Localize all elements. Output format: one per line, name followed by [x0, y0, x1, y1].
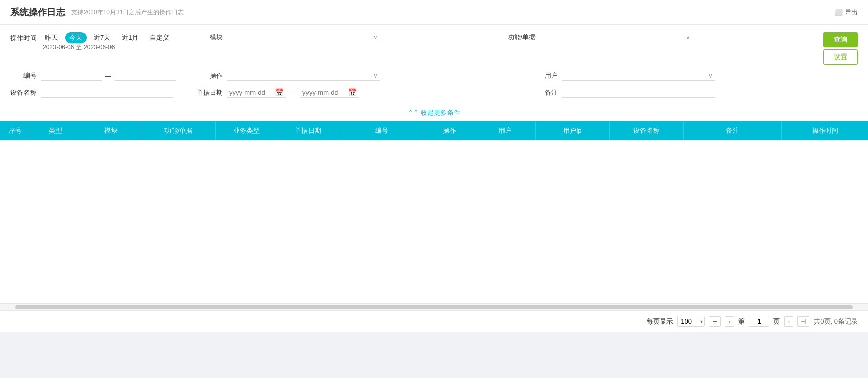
col-biztype: 业务类型	[215, 121, 277, 140]
user-filter: 用户 ∨	[531, 71, 858, 81]
page-header: 系统操作日志 支持2020年10月31日之后产生的操作日志 ⬜ 导出	[0, 0, 868, 25]
pagination-area: 每页显示 100 10 20 50 200 ▾ ⊢ ‹ 第 页 › ⊣ 共0页,…	[0, 310, 868, 332]
export-button[interactable]: ⬜ 导出	[834, 8, 858, 17]
table-container: 序号 类型 模块 功能/单据 业务类型 单据日期 编号 操作 用户 用户ip 设…	[0, 121, 868, 303]
filter-row-1: 操作时间 昨天 今天 近7天 近1月 自定义 2023-06-06 至 2023…	[10, 32, 858, 65]
remark-input[interactable]	[562, 88, 715, 98]
remark-filter: 备注	[531, 88, 858, 98]
collapse-bar[interactable]: ⌃⌃ 收起更多条件	[0, 105, 868, 121]
col-module: 模块	[80, 121, 142, 140]
page-size-wrapper: 100 10 20 50 200 ▾	[677, 316, 705, 327]
collapse-label: 收起更多条件	[421, 109, 460, 117]
user-label: 用户	[531, 71, 562, 80]
func-select-wrapper: ∨	[540, 32, 692, 42]
voucher-date-filter: 单据日期 📅 — 📅	[197, 87, 523, 98]
col-func: 功能/单据	[142, 121, 215, 140]
module-select-wrapper: ∨	[227, 32, 380, 42]
filter-row-3: 设备名称 单据日期 📅 — 📅 备注	[10, 87, 858, 98]
page-text-label: 第	[738, 317, 745, 326]
user-select[interactable]	[562, 71, 715, 80]
export-icon: ⬜	[834, 9, 843, 16]
module-label: 模块	[197, 33, 227, 42]
page-number-input[interactable]	[749, 316, 769, 327]
next-page-btn[interactable]: ›	[784, 316, 793, 327]
col-ip: 用户ip	[536, 121, 609, 140]
first-page-btn[interactable]: ⊢	[709, 316, 721, 327]
last-page-btn[interactable]: ⊣	[797, 316, 809, 327]
today-btn[interactable]: 今天	[65, 32, 87, 43]
device-filter: 设备名称	[10, 88, 188, 98]
custom-btn[interactable]: 自定义	[146, 32, 174, 43]
data-table: 序号 类型 模块 功能/单据 业务类型 单据日期 编号 操作 用户 用户ip 设…	[0, 121, 868, 140]
device-label: 设备名称	[10, 88, 41, 97]
func-select[interactable]	[540, 32, 692, 42]
module-filter: 模块 ∨	[197, 32, 499, 42]
time-buttons-row: 昨天 今天 近7天 近1月 自定义	[41, 32, 174, 43]
col-op: 操作	[425, 121, 474, 140]
collapse-icon: ⌃⌃	[408, 109, 419, 117]
date-separator: —	[290, 89, 296, 96]
col-remark: 备注	[683, 121, 781, 140]
op-filter: 操作 ∨	[197, 71, 523, 81]
page-title: 系统操作日志	[10, 6, 65, 18]
col-user: 用户	[474, 121, 536, 140]
date-end-wrapper: 📅	[300, 87, 359, 98]
code-input-end[interactable]	[115, 71, 176, 81]
per-page-label: 每页显示	[647, 317, 673, 326]
time-btn-group: 昨天 今天 近7天 近1月 自定义 2023-06-06 至 2023-06-0…	[41, 32, 174, 52]
page-unit-label: 页	[773, 317, 780, 326]
action-buttons: 查询 设置	[823, 32, 858, 65]
last1m-btn[interactable]: 近1月	[118, 32, 143, 43]
scrollbar-area[interactable]	[0, 303, 868, 310]
empty-area	[0, 140, 868, 303]
scrollbar-thumb	[15, 305, 853, 309]
func-label: 功能/单据	[508, 33, 540, 42]
date-end-input[interactable]	[302, 89, 348, 96]
func-filter: 功能/单据 ∨	[508, 32, 810, 42]
prev-page-btn[interactable]: ‹	[725, 316, 734, 327]
remark-label: 备注	[531, 88, 562, 97]
page-subtitle: 支持2020年10月31日之后产生的操作日志	[71, 8, 184, 17]
col-device: 设备名称	[609, 121, 683, 140]
op-select[interactable]	[227, 71, 380, 80]
col-date: 单据日期	[277, 121, 339, 140]
filter-area: 操作时间 昨天 今天 近7天 近1月 自定义 2023-06-06 至 2023…	[0, 25, 868, 105]
calendar-start-icon[interactable]: 📅	[275, 88, 284, 96]
op-select-wrapper: ∨	[227, 71, 380, 81]
code-label: 编号	[10, 71, 41, 80]
table-header: 序号 类型 模块 功能/单据 业务类型 单据日期 编号 操作 用户 用户ip 设…	[0, 121, 868, 140]
total-text: 共0页, 0条记录	[814, 317, 858, 326]
user-select-wrapper: ∨	[562, 71, 715, 81]
op-time-filter: 操作时间 昨天 今天 近7天 近1月 自定义 2023-06-06 至 2023…	[10, 32, 188, 52]
col-optime: 操作时间	[782, 121, 868, 140]
date-range-text: 2023-06-06 至 2023-06-06	[43, 43, 174, 52]
voucher-date-label: 单据日期	[197, 88, 227, 97]
settings-button[interactable]: 设置	[823, 49, 858, 65]
code-filter: 编号 —	[10, 71, 188, 81]
filter-row-2: 编号 — 操作 ∨ 用户 ∨	[10, 71, 858, 81]
col-type: 类型	[31, 121, 80, 140]
last7-btn[interactable]: 近7天	[90, 32, 115, 43]
device-input[interactable]	[41, 88, 173, 98]
calendar-end-icon[interactable]: 📅	[348, 88, 357, 96]
page-size-select[interactable]: 100 10 20 50 200	[677, 316, 705, 327]
module-select[interactable]	[227, 32, 380, 42]
page-title-area: 系统操作日志 支持2020年10月31日之后产生的操作日志	[10, 6, 184, 18]
op-label: 操作	[197, 71, 227, 80]
code-input-start[interactable]	[41, 71, 102, 81]
date-start-wrapper: 📅	[227, 87, 286, 98]
query-button[interactable]: 查询	[823, 32, 858, 47]
col-code: 编号	[339, 121, 425, 140]
op-time-label: 操作时间	[10, 32, 41, 43]
col-seq: 序号	[0, 121, 31, 140]
code-separator: —	[105, 72, 111, 80]
yesterday-btn[interactable]: 昨天	[41, 32, 62, 43]
date-start-input[interactable]	[229, 89, 275, 96]
